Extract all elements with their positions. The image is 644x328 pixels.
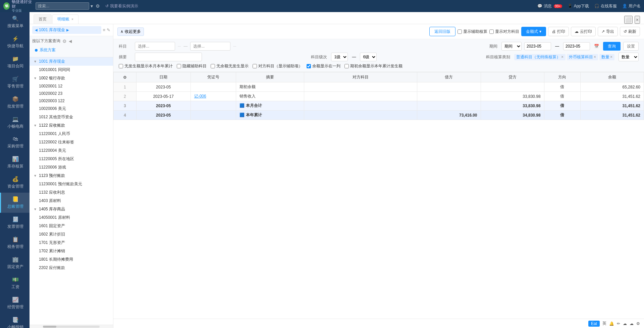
tree-item-1123[interactable]: ▼ 1123 预付账款 [30,172,113,180]
level-from-select[interactable]: 1级 [331,53,348,61]
sidebar-item-wholesale[interactable]: 📦 批发管理 [0,92,30,113]
tag-quantity-close[interactable]: × [610,55,612,59]
tree-item-1601[interactable]: 1601 固定资产 [30,222,113,230]
period-type-select[interactable]: 期间 [501,42,522,51]
sidebar-item-management[interactable]: 📈 经营管理 [0,293,30,313]
status-settings-icon[interactable]: ⚙ [636,321,640,326]
scheme-settings-icon[interactable]: ⚙ [62,39,67,44]
eat-btn[interactable]: Eat [588,321,600,327]
export-btn[interactable]: ↗ 导出 [598,27,618,36]
tree-item-10020003[interactable]: 10020003 122 [30,97,113,105]
tree-header-account-btn[interactable]: ◀ 1001 库存现金 ▶ [32,26,101,34]
show-contra-checkbox[interactable] [489,29,494,34]
tree-item-1403[interactable]: 1403 原材料 [30,197,113,205]
refresh-btn[interactable]: ↺ 刷新 [620,27,640,36]
return-old-btn[interactable]: 返回旧版 [429,27,455,36]
sidebar-item-capital[interactable]: 💰 资金管理 [0,173,30,193]
tree-item-1002[interactable]: ▼ 1002 银行存款 [30,74,113,82]
tree-item-1701[interactable]: 1701 无形资产 [30,239,113,247]
check-contra[interactable]: 对方科目（显示辅助项） [253,63,303,69]
tree-item-10020002[interactable]: 10020002 23 [30,90,113,97]
tag-foreign-close[interactable]: × [594,55,596,59]
status-cloud1-icon[interactable]: ☁ [623,321,627,326]
sidebar-item-search[interactable]: 🔍 搜索菜单 [0,12,30,32]
tree-item-10020001[interactable]: 10020001 12 [30,82,113,90]
scheme-collapse-icon[interactable]: ◀ [69,39,72,44]
messages-btn[interactable]: 💬 消息 99+ [537,3,562,9]
tree-scroll-bar[interactable] [30,325,113,328]
tree-item-11220004[interactable]: 11220004 美元 [30,146,113,155]
sidebar-item-purchase[interactable]: 🛍 采购管理 [0,133,30,152]
tabs-close-all-btn[interactable]: × [635,16,640,24]
sidebar-item-project[interactable]: 📁 项目合同 [0,52,30,72]
tree-item-1405[interactable]: ▼ 1405 库存商品 [30,205,113,213]
tab-ledger[interactable]: 明细账 × [52,14,78,24]
tree-list-icon[interactable]: ≡ [103,27,105,32]
status-notification-icon[interactable]: 🔔 [609,321,614,326]
online-service-btn[interactable]: 🎧 在线客服 [594,3,617,9]
tree-edit-icon[interactable]: ✎ [107,27,110,32]
expand-more-btn[interactable]: ∧ 收起更多 [117,27,144,36]
tab-close-btn[interactable]: × [71,17,73,21]
tree-item-11220005[interactable]: 11220005 所在地区 [30,155,113,163]
tree-item-10010001[interactable]: 10010001 同同同 [30,66,113,74]
level-to-select[interactable]: 6级 [360,53,377,61]
tree-item-11220001[interactable]: 11220001 人民币 [30,130,113,138]
sidebar-item-tax[interactable]: 📋 税务管理 [0,233,30,253]
tree-item-2202[interactable]: 2202 应付账款 [30,264,113,272]
scheme-item-system[interactable]: 系统方案 [32,45,110,55]
tag-normal-close[interactable]: × [561,55,564,59]
tabs-restore-btn[interactable]: ⬜ [624,16,633,24]
check-hide-aux[interactable]: 隐藏辅助科目 [177,63,207,69]
search-dropdown-btn[interactable]: ▾ [89,3,94,9]
voucher-link[interactable]: 记-006 [194,94,206,99]
user-profile[interactable]: 👤 用户名 [622,3,641,9]
sidebar-item-retail[interactable]: 🛒 零售管理 [0,72,30,92]
sidebar-item-fixed-assets[interactable]: 🏢 固定资产 [0,253,30,273]
show-aux-checkbox[interactable] [458,29,462,34]
summary-input[interactable] [135,53,202,61]
tree-item-1001[interactable]: ▼ 1001 库存现金 [30,57,113,66]
subject-input[interactable] [135,42,175,51]
demo-link[interactable]: ↺ 我要看实例演示 [105,3,138,9]
tree-item-1602[interactable]: 1602 累计折旧 [30,230,113,239]
amount-style-btn[interactable]: 金额式 ▾ [521,27,546,36]
tree-item-1122[interactable]: ▼ 1122 应收账款 [30,121,113,130]
cloud-print-btn[interactable]: ☁ 云打印 [571,27,596,36]
check-balance-col[interactable]: 余额显示在一列 [307,63,340,69]
show-aux-check[interactable]: 显示辅助核算 [458,29,487,35]
tree-item-1132[interactable]: 1132 应收利息 [30,188,113,197]
sidebar-item-quick-nav[interactable]: ⚡ 快捷导航 [0,32,30,52]
print-btn[interactable]: 🖨 打印 [548,27,569,36]
status-cloud2-icon[interactable]: ☁ [630,321,634,326]
settings-btn[interactable]: 设置 [623,42,639,51]
period-calendar-icon[interactable]: 📅 [594,44,599,49]
tab-home[interactable]: 首页 [34,14,52,24]
query-btn[interactable]: 查询 [603,42,621,51]
sidebar-item-sales[interactable]: 📑 小畅报销 [0,313,30,328]
check-opening[interactable]: 期初余额显示本年累计发生额 [344,63,402,69]
sidebar-item-invoice[interactable]: 🧾 发票管理 [0,213,30,233]
app-download-btn[interactable]: 📱 App下载 [568,3,589,9]
tree-item-11220006[interactable]: 11220006 游戏 [30,163,113,172]
settings-gear-btn[interactable]: ⚙ [94,3,101,9]
status-edit-icon[interactable]: ✏ [617,321,620,326]
check-no-balance2[interactable]: 无余额无发生显示 [211,63,249,69]
check-no-balance[interactable]: 无发生额显示本月本年累计 [119,63,173,69]
tree-item-11220002[interactable]: 11220002 往来标签 [30,138,113,146]
tree-item-10020006[interactable]: 10020006 美元 [30,105,113,113]
subject-end-input[interactable] [190,42,230,51]
period-from-input[interactable] [524,42,551,50]
tree-item-1012[interactable]: 1012 其他货币资金 [30,113,113,121]
show-contra-check[interactable]: 显示对方科目 [489,29,519,35]
tree-item-14050001[interactable]: 14050001 原材料 [30,213,113,222]
top-search-input[interactable] [36,2,89,10]
cell-voucher[interactable]: 记-006 [191,92,236,101]
sidebar-item-ecommerce[interactable]: 💻 小畅电商 [0,113,30,133]
sidebar-item-general-ledger[interactable]: 📒 总账管理 [0,193,30,213]
tree-item-1702[interactable]: 1702 累计摊销 [30,247,113,255]
tree-item-11230001[interactable]: 11230001 预付账款美元 [30,180,113,188]
sidebar-item-inventory[interactable]: 📊 库存核算 [0,152,30,173]
quantity-select[interactable]: 数量 [619,53,639,61]
tree-item-1801[interactable]: 1801 长期待摊费用 [30,255,113,264]
